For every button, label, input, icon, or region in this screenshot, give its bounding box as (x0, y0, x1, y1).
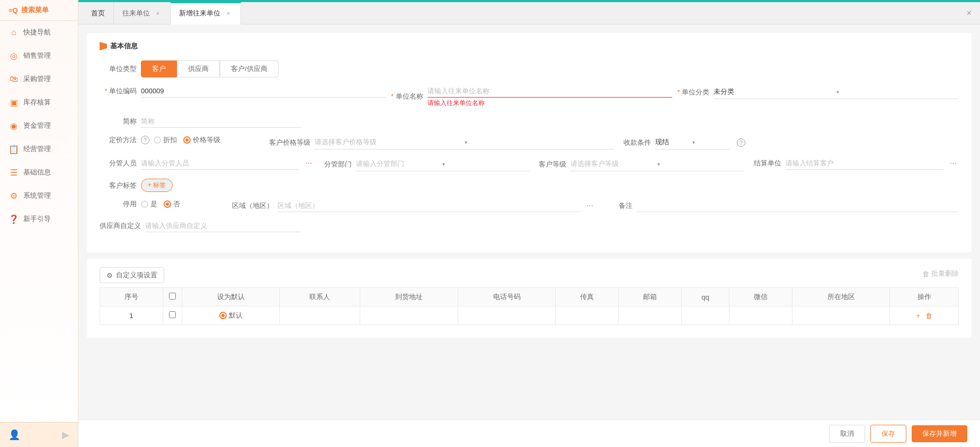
unit-name-error-msg: 请输入往来单位名称 (427, 99, 673, 108)
type-btn-customer[interactable]: 客户 (141, 60, 177, 77)
customer-level-placeholder: 请选择客户等级 (571, 159, 657, 169)
disable-yes-radio[interactable]: 是 (141, 199, 157, 209)
customer-tag-row: 客户标签 + 标签 (100, 179, 959, 192)
customer-price-select[interactable]: 请选择客户价格等级 ▾ (315, 135, 614, 150)
cell-contact (280, 306, 360, 325)
region-input[interactable] (278, 199, 580, 212)
sidebar-item-purchase[interactable]: 🛍 采购管理 (0, 67, 78, 91)
manager-ellipsis[interactable]: ··· (303, 159, 314, 168)
unit-code-label: 单位编码 (100, 86, 137, 96)
form-card-basic: 基本信息 单位类型 客户 供应商 客户/供应商 单位编码 (87, 33, 972, 252)
department-placeholder: 请输入分管部门 (356, 159, 443, 169)
col-address: 到货地址 (360, 288, 458, 306)
abbreviation-field: 简称 (100, 115, 301, 128)
col-email: 邮箱 (619, 288, 682, 306)
department-field: 分管部门 请输入分管部门 ▾ (315, 157, 530, 171)
unit-type-label: 单位类型 (100, 64, 137, 74)
sidebar-item-inventory[interactable]: ▣ 库存核算 (0, 91, 78, 114)
customer-price-label: 客户价格等级 (269, 138, 310, 147)
bottom-bar: 取消 保存 保存并新增 (78, 419, 980, 447)
unit-category-select[interactable]: 未分类 ▾ (714, 85, 959, 99)
pricing-row: 定价方法 ? 折扣 价格等级 客户价格等级 (100, 135, 959, 150)
supplier-custom-input[interactable] (145, 220, 301, 232)
customer-level-label: 客户等级 (529, 160, 566, 169)
sidebar-item-guide[interactable]: ❓ 新手引导 (0, 207, 78, 231)
cell-email (619, 306, 682, 325)
cell-checkbox (163, 306, 182, 325)
row-checkbox[interactable] (169, 311, 176, 318)
expand-icon[interactable]: ▶ (62, 429, 69, 441)
pricing-grade-radio[interactable]: 价格等级 (183, 135, 220, 145)
sidebar-item-sales[interactable]: ◎ 销售管理 (0, 44, 78, 67)
settlement-input[interactable] (786, 157, 943, 170)
customer-level-arrow: ▾ (657, 161, 744, 167)
default-radio[interactable]: 默认 (188, 311, 274, 320)
cancel-button[interactable]: 取消 (829, 425, 865, 443)
abbreviation-input[interactable] (141, 115, 301, 128)
search-icon: ≡Q (8, 6, 18, 14)
pricing-method-field: 定价方法 ? 折扣 价格等级 (100, 135, 269, 145)
disable-no-radio[interactable]: 否 (164, 199, 180, 209)
cell-address (360, 306, 458, 325)
remark-field: 备注 (595, 199, 959, 212)
guide-icon: ❓ (8, 214, 19, 224)
sidebar-item-finance[interactable]: ◉ 资金管理 (0, 114, 78, 137)
region-field: 区域（地区） ··· (232, 199, 595, 212)
tab-home[interactable]: 首页 (83, 2, 114, 24)
region-ellipsis[interactable]: ··· (584, 201, 595, 211)
sidebar-bottom: 👤 ▶ (0, 422, 78, 447)
delete-row-button[interactable]: 🗑 (925, 312, 932, 320)
unit-code-field: 单位编码 (100, 85, 386, 98)
add-tag-button[interactable]: + 标签 (141, 179, 173, 192)
tab-new-counterpart[interactable]: 新增往来单位 × (171, 2, 241, 24)
unit-code-input[interactable] (141, 85, 386, 98)
save-button[interactable]: 保存 (870, 425, 906, 443)
sidebar-item-operation[interactable]: 📋 经营管理 (0, 137, 78, 161)
remark-input[interactable] (637, 199, 959, 212)
pricing-help-icon[interactable]: ? (141, 136, 149, 144)
custom-settings-button[interactable]: ⚙ 自定义项设置 (100, 267, 164, 283)
sidebar-search[interactable]: ≡Q 搜索菜单 (0, 0, 78, 21)
customer-level-select[interactable]: 请选择客户等级 ▾ (571, 157, 744, 171)
add-row-button[interactable]: + (916, 312, 921, 320)
settlement-ellipsis[interactable]: ··· (948, 159, 959, 168)
sidebar-item-basic[interactable]: ☰ 基础信息 (0, 161, 78, 184)
type-btn-supplier[interactable]: 供应商 (177, 60, 220, 77)
manager-input[interactable] (141, 157, 299, 170)
flag-icon (100, 42, 107, 50)
save-new-button[interactable]: 保存并新增 (912, 425, 967, 442)
tab-new-counterpart-close[interactable]: × (225, 10, 232, 17)
type-btn-both[interactable]: 客户/供应商 (220, 60, 279, 77)
batch-delete-label: 批量删除 (931, 269, 959, 278)
sidebar-item-quick-nav[interactable]: ⌂ 快捷导航 (0, 21, 78, 44)
cell-seq: 1 (100, 306, 163, 325)
disable-radio-group: 是 否 (141, 199, 180, 209)
customer-price-placeholder: 请选择客户价格等级 (315, 137, 465, 147)
sidebar-item-system[interactable]: ⚙ 系统管理 (0, 184, 78, 207)
payment-help-icon[interactable]: ? (737, 138, 745, 147)
payment-terms-select[interactable]: 现结 ▾ (655, 135, 729, 150)
department-select[interactable]: 请输入分管部门 ▾ (356, 157, 530, 171)
pricing-discount-radio[interactable]: 折扣 (154, 135, 177, 145)
customer-tag-label: 客户标签 (100, 181, 137, 190)
col-region: 所在地区 (792, 288, 890, 306)
inventory-icon: ▣ (8, 97, 19, 108)
type-btn-group: 客户 供应商 客户/供应商 (141, 60, 279, 77)
discount-label: 折扣 (163, 135, 177, 145)
grade-label: 价格等级 (193, 135, 220, 145)
unit-name-field: 单位名称 请输入往来单位名称 (386, 85, 673, 108)
cell-phone (458, 306, 556, 325)
unit-name-input[interactable] (427, 85, 673, 98)
contacts-table: 序号 设为默认 联系人 到货地址 电话号码 传真 邮箱 qq 微信 所在地区 操… (100, 287, 959, 325)
no-radio-circle (164, 200, 171, 208)
discount-radio-circle (154, 136, 161, 144)
region-label: 区域（地区） (232, 201, 273, 211)
batch-delete-button[interactable]: 🗑 批量删除 (922, 269, 959, 278)
customer-price-arrow: ▾ (465, 139, 614, 145)
sidebar-item-label: 库存核算 (23, 98, 51, 107)
tab-bar-close-all[interactable]: × (963, 8, 976, 18)
sidebar-item-label: 销售管理 (23, 51, 51, 60)
select-all-checkbox[interactable] (169, 293, 176, 300)
tab-counterpart[interactable]: 往来单位 × (114, 2, 171, 24)
tab-counterpart-close[interactable]: × (154, 10, 162, 17)
